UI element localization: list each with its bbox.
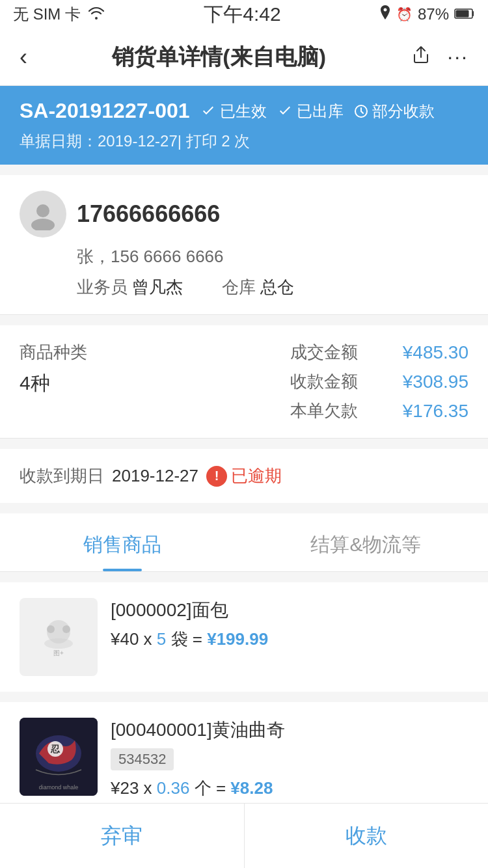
share-button[interactable] (411, 44, 431, 71)
collected-value: ¥308.95 (377, 372, 468, 392)
reject-button[interactable]: 弃审 (0, 804, 245, 868)
debt-value: ¥176.35 (377, 401, 468, 422)
separator1 (0, 314, 488, 315)
due-label: 收款到期日 (20, 465, 104, 487)
product-thumbnail: 忍 diamond whale (20, 718, 98, 796)
tab-settle-logistics[interactable]: 结算&物流等 (244, 513, 488, 571)
more-button[interactable]: ··· (447, 45, 468, 69)
total-value: ¥199.99 (207, 629, 268, 649)
total-value: ¥8.28 (230, 778, 273, 798)
product-tag: 534532 (111, 748, 174, 770)
product-name: [0000002]面包 (111, 598, 468, 623)
warehouse-label: 仓库 总仓 (222, 276, 294, 299)
status-bar: 无 SIM 卡 下午4:42 ⏰ 87% (0, 0, 488, 29)
order-header-banner: SA-20191227-001 已生效 已出库 部分收款 单据日期：2019-1… (0, 86, 488, 165)
product-info: [0000002]面包 ¥40 x 5 袋 = ¥199.99 (111, 598, 468, 651)
product-thumbnail: 图+ (20, 598, 98, 676)
customer-name: 张，156 6666 6666 (77, 245, 468, 268)
tab-sales-product[interactable]: 销售商品 (0, 513, 244, 571)
svg-point-3 (36, 204, 49, 217)
bottom-bar: 弃审 收款 (0, 803, 488, 868)
svg-point-6 (47, 625, 55, 633)
due-date-section: 收款到期日 2019-12-27 ! 已逾期 (0, 449, 488, 503)
avatar (20, 191, 66, 237)
battery-label: 87% (418, 5, 449, 23)
qty-value: 5 (157, 629, 166, 649)
financial-stats: 成交金额 ¥485.30 收款金额 ¥308.95 本单欠款 ¥176.35 (290, 341, 468, 422)
collected-label: 收款金额 (290, 370, 358, 393)
status-partial: 部分收款 (354, 101, 435, 122)
customer-phone: 17666666666 (77, 200, 220, 228)
back-button[interactable]: ‹ (20, 44, 27, 71)
deal-value: ¥485.30 (377, 342, 468, 363)
overdue-badge: ! 已逾期 (206, 465, 282, 487)
order-date-info: 单据日期：2019-12-27| 打印 2 次 (20, 131, 468, 152)
product-card: 图+ [0000002]面包 ¥40 x 5 袋 = ¥199.99 (0, 582, 488, 692)
collect-button[interactable]: 收款 (245, 804, 489, 868)
price-qty: ¥23 x 0.36 个 = ¥8.28 (111, 778, 273, 798)
product-type-stats: 商品种类 4种 (20, 341, 87, 397)
salesman-label: 业务员 曾凡杰 (77, 276, 183, 299)
price-qty: ¥40 x 5 袋 = ¥199.99 (111, 629, 268, 649)
nav-actions: ··· (411, 44, 468, 71)
overdue-icon: ! (206, 466, 227, 487)
status-bar-left: 无 SIM 卡 (13, 4, 105, 25)
svg-text:忍: 忍 (50, 744, 61, 754)
order-id: SA-20191227-001 (20, 99, 190, 123)
stats-section: 商品种类 4种 成交金额 ¥485.30 收款金额 ¥308.95 本单欠款 ¥… (0, 325, 488, 438)
time-display: 下午4:42 (204, 1, 280, 28)
product-name: [000400001]黄油曲奇 (111, 718, 468, 742)
type-count: 4种 (20, 370, 87, 397)
product-info: [000400001]黄油曲奇 534532 ¥23 x 0.36 个 = ¥8… (111, 718, 468, 800)
product-price-row: ¥40 x 5 袋 = ¥199.99 (111, 628, 468, 651)
product-price-row: ¥23 x 0.36 个 = ¥8.28 (111, 777, 468, 800)
status-shipped: 已出库 (277, 101, 344, 122)
battery-icon (454, 5, 475, 23)
product-card: 忍 diamond whale [000400001]黄油曲奇 534532 ¥… (0, 702, 488, 815)
location-icon (379, 5, 391, 23)
wifi-icon (87, 5, 105, 23)
tabs-row: 销售商品 结算&物流等 (0, 513, 488, 571)
svg-rect-1 (455, 10, 468, 18)
carrier-label: 无 SIM 卡 (13, 4, 81, 25)
svg-point-4 (31, 219, 55, 230)
customer-section: 17666666666 张，156 6666 6666 业务员 曾凡杰 仓库 总… (0, 175, 488, 314)
overdue-text: 已逾期 (231, 465, 282, 487)
debt-label: 本单欠款 (290, 400, 358, 422)
page-title: 销货单详情(来自电脑) (112, 42, 326, 72)
due-date: 2019-12-27 (112, 466, 198, 486)
tabs-section: 销售商品 结算&物流等 (0, 513, 488, 572)
alarm-icon: ⏰ (396, 7, 413, 22)
svg-point-8 (44, 638, 73, 649)
svg-point-7 (62, 625, 70, 633)
qty-value: 0.36 (157, 778, 190, 798)
deal-label: 成交金额 (290, 341, 358, 364)
svg-text:图+: 图+ (53, 649, 64, 657)
status-effective: 已生效 (200, 101, 267, 122)
status-bar-right: ⏰ 87% (379, 5, 475, 23)
customer-meta: 业务员 曾凡杰 仓库 总仓 (77, 276, 468, 299)
svg-text:diamond whale: diamond whale (39, 784, 79, 791)
type-label: 商品种类 (20, 341, 87, 364)
separator2 (0, 438, 488, 439)
nav-bar: ‹ 销货单详情(来自电脑) ··· (0, 29, 488, 86)
